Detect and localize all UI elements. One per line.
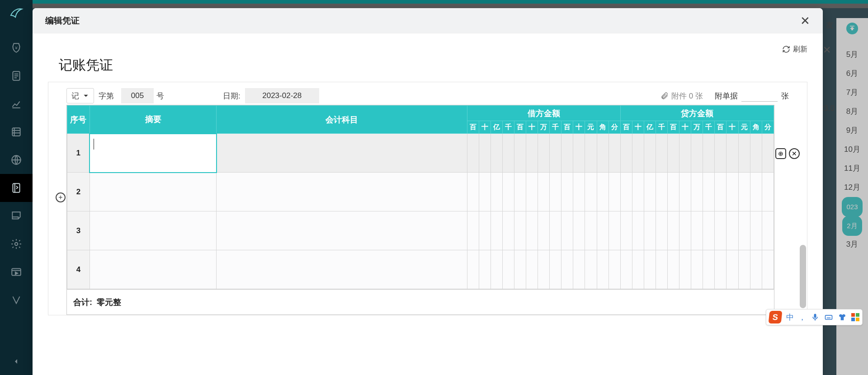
cell-debit-digit[interactable] (467, 173, 479, 211)
cell-credit-digit[interactable] (620, 250, 632, 289)
sidebar-collapse-icon[interactable] (0, 352, 33, 370)
cell-credit-digit[interactable] (620, 173, 632, 211)
cell-debit-digit[interactable] (585, 250, 597, 289)
cell-credit-digit[interactable] (644, 211, 656, 250)
delete-row-icon[interactable]: ✕ (789, 148, 800, 159)
cell-debit-digit[interactable] (479, 250, 491, 289)
cell-summary[interactable] (90, 173, 216, 211)
cell-debit-digit[interactable] (597, 250, 609, 289)
cell-credit-digit[interactable] (738, 134, 750, 173)
cell-credit-digit[interactable] (679, 250, 691, 289)
cell-credit-digit[interactable] (715, 173, 726, 211)
voucher-number-input[interactable]: 005 (121, 88, 154, 103)
sidebar-item-1[interactable]: ¥ (0, 34, 33, 62)
ime-mic-icon[interactable] (811, 313, 820, 322)
cell-credit-digit[interactable] (750, 173, 762, 211)
cell-debit-digit[interactable] (502, 134, 514, 173)
cell-credit-digit[interactable] (656, 173, 667, 211)
attachment-button[interactable]: 附件 0 张 (660, 91, 703, 101)
cell-credit-digit[interactable] (738, 211, 750, 250)
sidebar-item-7[interactable] (0, 202, 33, 230)
cell-credit-digit[interactable] (632, 173, 644, 211)
cell-debit-digit[interactable] (573, 134, 585, 173)
sidebar-item-settings[interactable] (0, 230, 33, 258)
cell-debit-digit[interactable] (491, 134, 502, 173)
date-input[interactable]: 2023-02-28 (245, 88, 319, 103)
modal-close-icon[interactable]: ✕ (800, 15, 810, 27)
cell-credit-digit[interactable] (691, 134, 703, 173)
cell-summary[interactable] (90, 211, 216, 250)
cell-debit-digit[interactable] (585, 134, 597, 173)
cell-debit-digit[interactable] (514, 173, 526, 211)
cell-credit-digit[interactable] (679, 134, 691, 173)
insert-row-icon[interactable]: ⊕ (775, 148, 786, 159)
cell-credit-digit[interactable] (691, 250, 703, 289)
cell-debit-digit[interactable] (467, 250, 479, 289)
cell-debit-digit[interactable] (585, 211, 597, 250)
cell-credit-digit[interactable] (679, 173, 691, 211)
cell-debit-digit[interactable] (514, 211, 526, 250)
cell-debit-digit[interactable] (561, 134, 573, 173)
cell-credit-digit[interactable] (750, 134, 762, 173)
cell-credit-digit[interactable] (738, 250, 750, 289)
cell-credit-digit[interactable] (632, 211, 644, 250)
cell-debit-digit[interactable] (479, 211, 491, 250)
cell-debit-digit[interactable] (573, 250, 585, 289)
cell-credit-digit[interactable] (668, 134, 679, 173)
cell-debit-digit[interactable] (502, 211, 514, 250)
add-row-button[interactable]: + (56, 192, 66, 202)
cell-credit-digit[interactable] (632, 250, 644, 289)
cell-debit-digit[interactable] (502, 250, 514, 289)
cell-credit-digit[interactable] (679, 211, 691, 250)
cell-debit-digit[interactable] (479, 134, 491, 173)
cell-credit-digit[interactable] (703, 250, 715, 289)
cell-debit-digit[interactable] (550, 250, 561, 289)
cell-credit-digit[interactable] (668, 211, 679, 250)
cell-debit-digit[interactable] (585, 173, 597, 211)
cell-debit-digit[interactable] (597, 173, 609, 211)
sidebar-item-4[interactable] (0, 118, 33, 146)
cell-credit-digit[interactable] (656, 211, 667, 250)
cell-debit-digit[interactable] (479, 173, 491, 211)
cell-debit-digit[interactable] (550, 134, 561, 173)
sidebar-item-10[interactable] (0, 286, 33, 314)
cell-summary[interactable] (90, 250, 216, 289)
cell-debit-digit[interactable] (526, 211, 538, 250)
cell-debit-digit[interactable] (514, 134, 526, 173)
cell-credit-digit[interactable] (715, 134, 726, 173)
cell-credit-digit[interactable] (738, 173, 750, 211)
cell-debit-digit[interactable] (550, 173, 561, 211)
cell-credit-digit[interactable] (726, 211, 738, 250)
cell-debit-digit[interactable] (597, 211, 609, 250)
cell-debit-digit[interactable] (609, 173, 620, 211)
cell-debit-digit[interactable] (538, 134, 550, 173)
cell-debit-digit[interactable] (538, 173, 550, 211)
cell-credit-digit[interactable] (703, 211, 715, 250)
cell-debit-digit[interactable] (561, 173, 573, 211)
cell-debit-digit[interactable] (550, 211, 561, 250)
cell-debit-digit[interactable] (573, 173, 585, 211)
cell-credit-digit[interactable] (762, 173, 774, 211)
cell-credit-digit[interactable] (656, 250, 667, 289)
cell-debit-digit[interactable] (514, 250, 526, 289)
cell-debit-digit[interactable] (502, 173, 514, 211)
cell-credit-digit[interactable] (726, 250, 738, 289)
cell-credit-digit[interactable] (668, 250, 679, 289)
cell-subject[interactable] (217, 211, 467, 250)
cell-credit-digit[interactable] (644, 250, 656, 289)
cell-credit-digit[interactable] (715, 250, 726, 289)
cell-debit-digit[interactable] (609, 250, 620, 289)
sidebar-item-3[interactable] (0, 90, 33, 118)
cell-debit-digit[interactable] (573, 211, 585, 250)
cell-debit-digit[interactable] (467, 134, 479, 173)
sidebar-item-5[interactable] (0, 146, 33, 174)
cell-credit-digit[interactable] (762, 250, 774, 289)
sidebar-item-2[interactable] (0, 62, 33, 90)
ime-keyboard-icon[interactable] (824, 313, 833, 322)
ime-toolbar[interactable]: S 中 ， (766, 309, 863, 325)
cell-debit-digit[interactable] (526, 134, 538, 173)
cell-debit-digit[interactable] (491, 173, 502, 211)
cell-debit-digit[interactable] (561, 250, 573, 289)
cell-credit-digit[interactable] (750, 250, 762, 289)
cell-debit-digit[interactable] (538, 250, 550, 289)
